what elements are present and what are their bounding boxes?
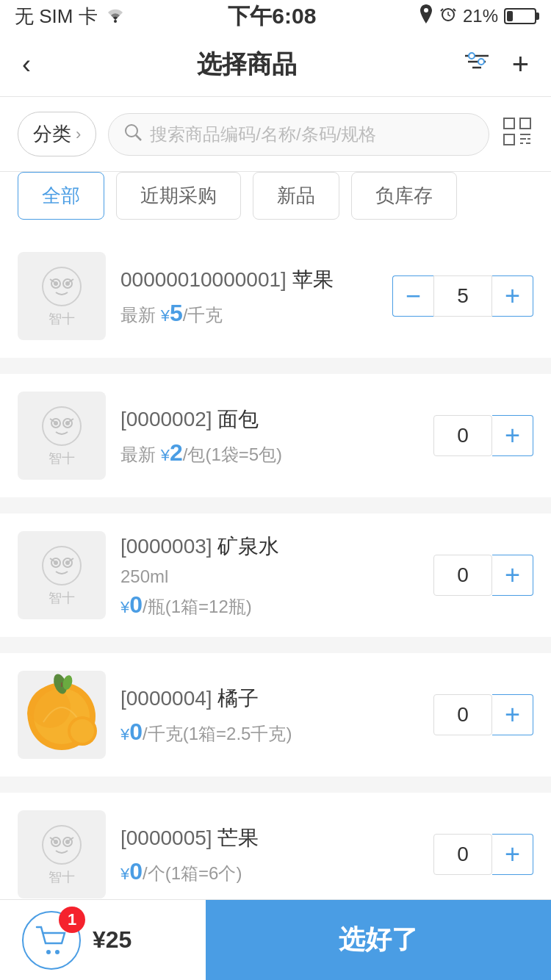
carrier-label: 无 SIM 卡 [15, 4, 98, 29]
svg-point-40 [71, 719, 94, 743]
product-info: [0000005] 芒果 ¥0/个(1箱=6个) [120, 824, 419, 885]
product-spec: 250ml [120, 566, 419, 587]
quantity-input[interactable] [433, 834, 492, 875]
chevron-right-icon: › [76, 125, 81, 144]
alarm-icon [439, 5, 457, 27]
product-price: ¥0/瓶(1箱=12瓶) [120, 591, 419, 619]
filter-icon[interactable] [464, 50, 490, 79]
list-item: 智十 [0000005] 芒果 ¥0/个(1箱=6个) + [0, 793, 551, 916]
quantity-decrease-button[interactable]: − [392, 275, 433, 317]
svg-point-56 [46, 950, 51, 954]
category-button[interactable]: 分类 › [18, 112, 96, 156]
battery-icon [504, 8, 536, 24]
bottom-bar: 1 ¥25 选好了 [0, 899, 551, 980]
wifi-icon [105, 5, 126, 28]
quantity-input[interactable] [433, 415, 492, 456]
svg-rect-9 [504, 118, 514, 129]
search-icon [123, 123, 143, 146]
filter-bar: 分类 › 搜索商品编码/名称/条码/规格 [0, 97, 551, 172]
page-title: 选择商品 [197, 48, 297, 82]
list-item: 智十 00000010000001] 苹果 最新 ¥5/千克 − + [0, 234, 551, 358]
quantity-increase-button[interactable]: + [492, 275, 533, 317]
svg-rect-11 [504, 134, 514, 145]
cart-area: 1 ¥25 [0, 911, 206, 970]
svg-point-0 [114, 20, 117, 23]
back-button[interactable]: ‹ [22, 49, 31, 80]
svg-point-22 [43, 407, 81, 445]
quantity-input[interactable] [433, 555, 492, 596]
product-info: [0000004] 橘子 ¥0/千克(1箱=2.5千克) [120, 685, 419, 746]
status-bar: 无 SIM 卡 下午6:08 21% [0, 0, 551, 32]
svg-point-27 [43, 547, 81, 585]
add-icon[interactable]: + [512, 48, 529, 81]
tab-all[interactable]: 全部 [18, 172, 104, 220]
product-name: [0000005] 芒果 [120, 824, 419, 852]
status-right: 21% [419, 4, 536, 28]
svg-point-6 [478, 59, 484, 65]
search-placeholder: 搜索商品编码/名称/条码/规格 [150, 123, 376, 146]
product-name: [0000004] 橘子 [120, 685, 419, 713]
tab-negative-stock[interactable]: 负库存 [351, 172, 457, 220]
product-name: 00000010000001] 苹果 [120, 266, 378, 294]
quantity-control: + [433, 834, 533, 875]
product-image: 智十 [18, 252, 106, 340]
cart-button[interactable]: 1 [22, 911, 81, 970]
quantity-control: + [433, 555, 533, 596]
tab-bar: 全部 近期采购 新品 负库存 [0, 172, 551, 234]
quantity-increase-button[interactable]: + [492, 834, 533, 875]
search-box[interactable]: 搜索商品编码/名称/条码/规格 [108, 113, 489, 156]
status-time: 下午6:08 [228, 1, 316, 32]
product-list: 智十 00000010000001] 苹果 最新 ¥5/千克 − + [0, 234, 551, 980]
placeholder-logo: 智十 [40, 404, 84, 467]
product-image [18, 671, 106, 759]
quantity-increase-button[interactable]: + [492, 415, 533, 456]
quantity-input[interactable] [433, 694, 492, 735]
nav-right-actions: + [464, 48, 529, 81]
svg-point-41 [43, 826, 81, 864]
product-info: [0000002] 面包 最新 ¥2/包(1袋=5包) [120, 406, 419, 466]
quantity-increase-button[interactable]: + [492, 694, 533, 735]
svg-point-7 [126, 125, 137, 137]
product-image: 智十 [18, 810, 106, 898]
svg-point-57 [55, 950, 60, 954]
placeholder-logo: 智十 [40, 544, 84, 607]
product-image: 智十 [18, 392, 106, 480]
svg-point-5 [469, 53, 475, 59]
svg-point-17 [43, 267, 81, 306]
quantity-input[interactable] [433, 275, 492, 317]
location-icon [419, 4, 433, 28]
battery-percent: 21% [463, 6, 498, 26]
tab-new[interactable]: 新品 [253, 172, 339, 220]
orange-image [18, 671, 106, 759]
list-item: [0000004] 橘子 ¥0/千克(1箱=2.5千克) + [0, 653, 551, 777]
product-name: [0000003] 矿泉水 [120, 533, 419, 561]
cart-badge: 1 [59, 907, 85, 933]
product-price: ¥0/个(1箱=6个) [120, 858, 419, 885]
placeholder-logo: 智十 [40, 823, 84, 886]
confirm-button[interactable]: 选好了 [206, 900, 551, 981]
tab-recent[interactable]: 近期采购 [116, 172, 241, 220]
quantity-control: − + [392, 275, 533, 317]
product-info: [0000003] 矿泉水 250ml ¥0/瓶(1箱=12瓶) [120, 533, 419, 619]
placeholder-logo: 智十 [40, 264, 84, 328]
list-item: 智十 [0000003] 矿泉水 250ml ¥0/瓶(1箱=12瓶) + [0, 514, 551, 637]
product-price: ¥0/千克(1箱=2.5千克) [120, 718, 419, 746]
quantity-control: + [433, 415, 533, 456]
product-name: [0000002] 面包 [120, 406, 419, 433]
status-left: 无 SIM 卡 [15, 4, 126, 29]
product-price: 最新 ¥5/千克 [120, 300, 378, 327]
product-image: 智十 [18, 531, 106, 619]
list-item: 智十 [0000002] 面包 最新 ¥2/包(1袋=5包) + [0, 374, 551, 497]
nav-bar: ‹ 选择商品 + [0, 32, 551, 97]
product-info: 00000010000001] 苹果 最新 ¥5/千克 [120, 266, 378, 327]
svg-rect-10 [520, 118, 530, 129]
cart-total: ¥25 [93, 926, 132, 954]
product-price: 最新 ¥2/包(1袋=5包) [120, 439, 419, 466]
svg-line-8 [136, 135, 141, 140]
quantity-control: + [433, 694, 533, 735]
quantity-increase-button[interactable]: + [492, 555, 533, 596]
scan-icon[interactable] [501, 115, 533, 154]
